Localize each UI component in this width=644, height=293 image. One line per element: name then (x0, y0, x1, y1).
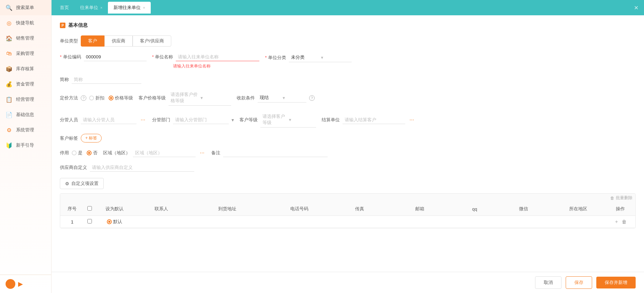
sidebar-item-purchase[interactable]: 🛍 采购管理 (0, 46, 51, 61)
tab-bar: 首页 往来单位 × 新增往来单位 × ✕ (52, 0, 644, 15)
customer-tag-row: 客户标签 + 标签 (60, 134, 636, 143)
price-level-radio[interactable] (109, 96, 113, 100)
disabled-yes-radio[interactable] (72, 150, 77, 155)
manager-more-btn[interactable]: ··· (139, 117, 147, 123)
sidebar-item-label: 搜索菜单 (16, 5, 34, 11)
customer-price-level-select[interactable]: 请选择客户价格等级 ▾ (168, 90, 231, 106)
remarks-field: 备注 (211, 149, 328, 157)
area-input[interactable] (133, 149, 196, 157)
settlement-more-btn[interactable]: ··· (408, 117, 415, 123)
row-email[interactable] (387, 216, 453, 228)
row-address[interactable] (189, 216, 266, 228)
sidebar-item-label: 采购管理 (16, 50, 34, 57)
sidebar-item-quick-nav[interactable]: ◎ 快捷导航 (0, 15, 51, 31)
pricing-help-icon[interactable]: ? (81, 95, 86, 101)
payment-terms-help-icon[interactable]: ? (309, 95, 315, 101)
pricing-method-field: 定价方法 ? 折扣 价格等级 (60, 95, 133, 101)
tab-partners[interactable]: 往来单位 × (74, 2, 108, 14)
sidebar-item-inventory[interactable]: 📦 库存核算 (0, 61, 51, 76)
remarks-input[interactable] (223, 149, 328, 157)
trash-icon: 🗑 (610, 196, 614, 201)
qq-input[interactable] (464, 219, 485, 225)
row-fax[interactable] (332, 216, 387, 228)
sidebar-item-label: 资金管理 (16, 81, 34, 87)
default-radio-dot[interactable] (107, 219, 112, 224)
save-button[interactable]: 保存 (566, 276, 592, 289)
row-default-radio[interactable]: 默认 (98, 219, 131, 225)
customer-tag-label: 客户标签 (60, 135, 78, 141)
unit-code-input[interactable] (84, 53, 147, 61)
type-btn-supplier[interactable]: 供应商 (104, 35, 133, 47)
department-chevron[interactable]: ▾ (231, 117, 234, 123)
address-input[interactable] (206, 219, 248, 225)
area-label: 区域（地区） (103, 150, 130, 156)
tab-new-partner[interactable]: 新增往来单位 × (108, 2, 150, 14)
select-all-checkbox[interactable] (87, 206, 92, 211)
col-action: 操作 (606, 202, 635, 216)
sidebar-item-sales[interactable]: 🏠 销售管理 (0, 31, 51, 46)
table-header-bar: 🗑 批量删除 (60, 194, 635, 202)
customer-level-select[interactable]: 请选择客户等级 ▾ (260, 112, 316, 128)
col-default: 设为默认 (95, 202, 134, 216)
row-wechat[interactable] (496, 216, 551, 228)
sidebar-item-finance[interactable]: 💰 资金管理 (0, 76, 51, 92)
manager-row: 分管人员 ··· 分管部门 ▾ 客户等级 请选择客户等级 ▾ 结算单位 ··· (60, 112, 636, 128)
unit-name-wrap (176, 53, 259, 61)
chevron-down-icon-3: ▾ (283, 95, 304, 100)
type-btn-both[interactable]: 客户/供应商 (133, 35, 171, 47)
add-tag-button[interactable]: + 标签 (81, 134, 102, 143)
customer-price-level-label: 客户价格等级 (139, 95, 166, 101)
disabled-yes[interactable]: 是 (72, 150, 83, 156)
region-input[interactable] (564, 219, 592, 225)
supplier-custom-input[interactable] (90, 163, 194, 172)
tab-home-label: 首页 (60, 5, 69, 11)
remarks-label: 备注 (211, 150, 220, 156)
row-qq[interactable] (453, 216, 496, 228)
manager-input[interactable] (81, 116, 136, 124)
payment-terms-select[interactable]: 现结 ▾ (258, 93, 306, 103)
disabled-no[interactable]: 否 (87, 150, 97, 156)
cancel-button[interactable]: 取消 (535, 276, 561, 289)
settlement-input[interactable] (343, 116, 405, 124)
type-btn-customer[interactable]: 客户 (81, 35, 104, 47)
unit-category-select[interactable]: 未分类 ▾ (289, 53, 352, 62)
type-buttons: 客户 供应商 客户/供应商 (81, 35, 171, 47)
pricing-price-level[interactable]: 价格等级 (109, 95, 133, 101)
batch-delete-button[interactable]: 🗑 批量删除 (610, 195, 633, 201)
contacts-table: 序号 设为默认 联系人 到货地址 电话号码 传真 邮箱 qq 微信 所在地区 (60, 202, 635, 228)
fax-input[interactable] (346, 219, 374, 225)
sidebar-item-basic-info[interactable]: 📄 基础信息 (0, 107, 51, 122)
email-input[interactable] (402, 219, 437, 225)
sidebar-item-search[interactable]: 🔍 搜索菜单 (0, 0, 51, 15)
sidebar-item-system[interactable]: ⚙ 系统管理 (0, 122, 51, 138)
save-new-button[interactable]: 保存并新增 (596, 277, 636, 288)
close-partners-tab[interactable]: × (100, 6, 102, 10)
tab-home[interactable]: 首页 (54, 2, 74, 14)
add-row-button[interactable]: ＋ (614, 219, 619, 225)
content-area: P 基本信息 单位类型 客户 供应商 客户/供应商 单位编码 (52, 15, 644, 272)
row-action: ＋ 🗑 (606, 216, 635, 228)
row-phone[interactable] (266, 216, 332, 228)
close-all-tabs[interactable]: ✕ (631, 3, 641, 13)
contact-input[interactable] (148, 219, 175, 225)
pricing-discount[interactable]: 折扣 (89, 95, 104, 101)
delete-row-button[interactable]: 🗑 (622, 219, 627, 225)
disabled-no-radio[interactable] (87, 150, 92, 155)
area-more-btn[interactable]: ··· (198, 150, 206, 156)
row-region[interactable] (551, 216, 606, 228)
chevron-down-icon-4: ▾ (289, 117, 314, 122)
phone-input[interactable] (282, 219, 317, 225)
newbie-icon: 🔰 (6, 142, 13, 149)
wechat-input[interactable] (510, 219, 537, 225)
close-new-partner-tab[interactable]: × (143, 6, 145, 10)
row-checkbox[interactable] (87, 219, 92, 223)
short-name-input[interactable] (72, 75, 141, 84)
custom-settings-button[interactable]: ⚙ 自定义项设置 (60, 178, 104, 189)
discount-radio[interactable] (89, 96, 94, 100)
unit-name-input[interactable] (176, 53, 259, 61)
tab-partners-label: 往来单位 (80, 5, 98, 11)
sidebar-item-operations[interactable]: 📋 经营管理 (0, 92, 51, 107)
sidebar-item-newbie[interactable]: 🔰 新手引导 (0, 138, 51, 153)
row-contact[interactable] (134, 216, 189, 228)
department-input[interactable] (173, 116, 229, 124)
